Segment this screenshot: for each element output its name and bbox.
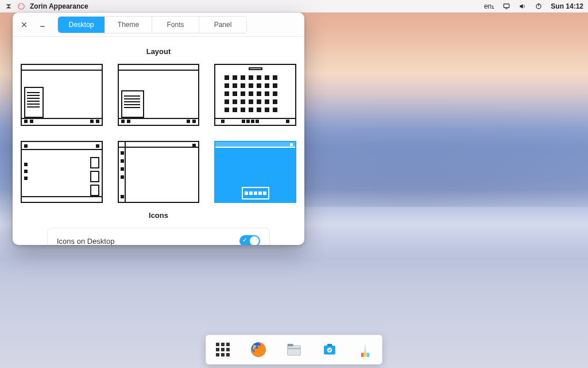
layout-option-2[interactable] bbox=[118, 64, 200, 126]
tab-fonts[interactable]: Fonts bbox=[152, 17, 199, 33]
svg-point-2 bbox=[18, 3, 25, 9]
zorin-logo-icon[interactable] bbox=[5, 2, 13, 10]
appearance-dock-icon[interactable] bbox=[354, 339, 376, 361]
svg-rect-14 bbox=[288, 348, 301, 349]
dock bbox=[206, 335, 382, 365]
svg-rect-19 bbox=[364, 352, 366, 357]
tab-panel[interactable]: Panel bbox=[199, 17, 246, 33]
icons-settings-card: Icons on Desktop ✓ Home bbox=[47, 228, 270, 245]
window-titlebar: Desktop Theme Fonts Panel bbox=[13, 13, 304, 37]
svg-point-4 bbox=[22, 5, 23, 6]
layout-option-4[interactable] bbox=[21, 141, 103, 203]
svg-rect-12 bbox=[288, 346, 301, 355]
software-icon[interactable] bbox=[319, 339, 341, 361]
svg-point-3 bbox=[20, 5, 21, 6]
firefox-icon[interactable] bbox=[247, 339, 269, 361]
svg-rect-7 bbox=[506, 8, 508, 9]
close-button[interactable] bbox=[16, 17, 32, 33]
svg-marker-1 bbox=[6, 6, 11, 9]
layout-option-3[interactable] bbox=[214, 64, 296, 126]
appearance-icon bbox=[17, 2, 25, 10]
svg-rect-6 bbox=[504, 3, 509, 7]
svg-rect-13 bbox=[288, 344, 293, 346]
icons-on-desktop-label: Icons on Desktop bbox=[57, 237, 114, 246]
tab-desktop[interactable]: Desktop bbox=[58, 17, 105, 33]
top-panel: Zorin Appearance en₁ Sun 14:12 bbox=[0, 0, 588, 13]
display-icon[interactable] bbox=[502, 2, 510, 10]
clock[interactable]: Sun 14:12 bbox=[551, 2, 583, 10]
icons-section-title: Icons bbox=[20, 211, 297, 220]
window-body: Layout bbox=[13, 37, 304, 245]
layout-option-6[interactable] bbox=[214, 141, 296, 203]
files-icon[interactable] bbox=[283, 339, 305, 361]
icons-on-desktop-toggle[interactable]: ✓ bbox=[239, 235, 260, 245]
volume-icon[interactable] bbox=[519, 2, 527, 10]
minimize-button[interactable] bbox=[34, 17, 51, 33]
power-icon[interactable] bbox=[535, 2, 543, 10]
svg-rect-16 bbox=[327, 344, 332, 346]
svg-marker-0 bbox=[6, 4, 11, 6]
app-title: Zorin Appearance bbox=[30, 2, 88, 10]
layout-option-1[interactable] bbox=[21, 64, 103, 126]
layout-option-5[interactable] bbox=[118, 141, 200, 203]
svg-point-5 bbox=[21, 6, 22, 7]
tab-theme[interactable]: Theme bbox=[105, 17, 152, 33]
tabs: Desktop Theme Fonts Panel bbox=[57, 16, 247, 33]
svg-rect-20 bbox=[367, 353, 369, 357]
keyboard-indicator[interactable]: en₁ bbox=[484, 2, 494, 10]
svg-rect-18 bbox=[361, 353, 363, 357]
icons-on-desktop-row: Icons on Desktop ✓ bbox=[48, 228, 269, 245]
layout-grid bbox=[20, 64, 297, 208]
layout-section-title: Layout bbox=[20, 47, 297, 56]
apps-menu-icon[interactable] bbox=[212, 339, 234, 361]
appearance-window: Desktop Theme Fonts Panel Layout bbox=[13, 13, 304, 245]
